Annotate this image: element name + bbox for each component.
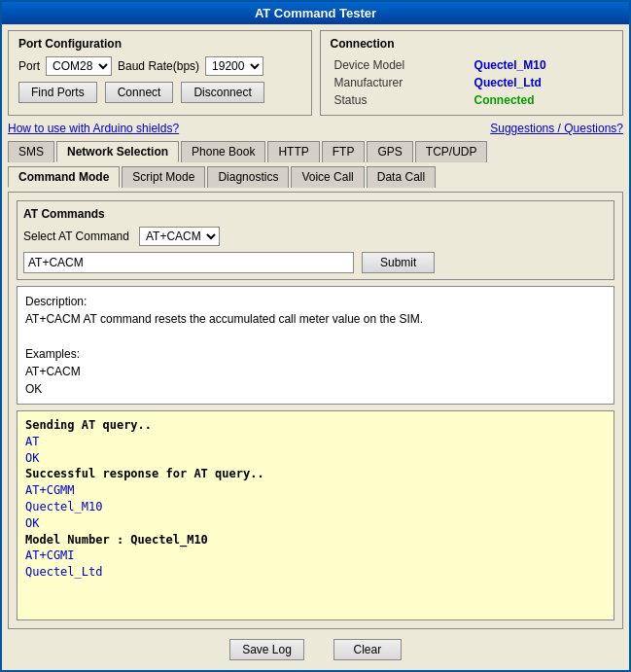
baud-select[interactable]: 19200: [205, 56, 263, 76]
port-select[interactable]: COM28: [46, 56, 112, 76]
log-line: Model Number : Quectel_M10: [25, 532, 606, 548]
log-line: Quectel_M10: [25, 499, 606, 515]
tab-phone-book[interactable]: Phone Book: [181, 141, 265, 162]
description-text: Description:AT+CACM AT command resets th…: [25, 295, 423, 396]
link-row: How to use with Arduino shields? Suggest…: [8, 120, 623, 137]
tab-diagnostics[interactable]: Diagnostics: [207, 166, 289, 188]
save-log-button[interactable]: Save Log: [229, 639, 304, 660]
tab-script-mode[interactable]: Script Mode: [122, 166, 205, 188]
submit-button[interactable]: Submit: [362, 252, 435, 273]
at-commands-section: AT Commands Select AT Command AT+CACM Su…: [17, 200, 614, 280]
title-bar: AT Command Tester: [2, 2, 629, 24]
manufacturer-value: Quectel_Ltd: [471, 74, 613, 91]
device-model-value: Quectel_M10: [471, 56, 613, 74]
tab-row-2: Command Mode Script Mode Diagnostics Voi…: [8, 166, 623, 188]
clear-button[interactable]: Clear: [333, 639, 402, 660]
tab-row-1: SMS Network Selection Phone Book HTTP FT…: [8, 141, 623, 162]
tab-ftp[interactable]: FTP: [322, 141, 366, 162]
tab-sms[interactable]: SMS: [8, 141, 54, 162]
log-line: Sending AT query..: [25, 417, 606, 434]
log-area[interactable]: Sending AT query..ATOKSuccessful respons…: [17, 410, 614, 620]
status-label: Status: [331, 91, 471, 109]
log-wrapper: Sending AT query..ATOKSuccessful respons…: [17, 410, 614, 620]
tab-voice-call[interactable]: Voice Call: [291, 166, 364, 188]
suggestions-link[interactable]: Suggestions / Questions?: [490, 122, 623, 135]
tab-network-selection[interactable]: Network Selection: [56, 141, 179, 162]
at-commands-title: AT Commands: [23, 207, 608, 221]
port-label: Port: [18, 59, 40, 73]
description-box: Description:AT+CACM AT command resets th…: [17, 286, 614, 405]
arduino-link[interactable]: How to use with Arduino shields?: [8, 122, 179, 135]
log-line: OK: [25, 515, 606, 532]
connection-panel: Connection Device Model Quectel_M10 Manu…: [320, 30, 624, 116]
port-config-panel: Port Configuration Port COM28 Baud Rate(…: [8, 30, 312, 116]
disconnect-button[interactable]: Disconnect: [181, 82, 263, 103]
device-model-label: Device Model: [331, 56, 471, 74]
connection-table: Device Model Quectel_M10 Manufacturer Qu…: [331, 56, 613, 109]
manufacturer-label: Manufacturer: [331, 74, 471, 91]
tab-command-mode[interactable]: Command Mode: [8, 166, 120, 188]
connect-button[interactable]: Connect: [105, 82, 174, 103]
log-line: AT+CGMM: [25, 482, 606, 499]
log-line: Successful response for AT query..: [25, 466, 606, 482]
at-command-select[interactable]: AT+CACM: [139, 227, 220, 246]
find-ports-button[interactable]: Find Ports: [18, 82, 97, 103]
tab-data-call[interactable]: Data Call: [367, 166, 436, 188]
select-cmd-label: Select AT Command: [23, 230, 129, 243]
log-line: Quectel_Ltd: [25, 564, 606, 581]
bottom-button-row: Save Log Clear: [8, 633, 623, 664]
window-title: AT Command Tester: [255, 6, 376, 20]
log-line: AT: [25, 434, 606, 450]
log-line: OK: [25, 450, 606, 467]
tab-content: AT Commands Select AT Command AT+CACM Su…: [8, 192, 623, 629]
connection-title: Connection: [331, 37, 613, 51]
port-config-title: Port Configuration: [18, 37, 301, 51]
main-window: AT Command Tester Port Configuration Por…: [0, 0, 631, 672]
log-line: AT+CGMI: [25, 548, 606, 564]
tab-gps[interactable]: GPS: [367, 141, 412, 162]
tab-http[interactable]: HTTP: [267, 141, 319, 162]
at-command-input[interactable]: [23, 252, 354, 273]
baud-label: Baud Rate(bps): [118, 59, 199, 73]
status-value: Connected: [471, 91, 613, 109]
tab-tcpudp[interactable]: TCP/UDP: [415, 141, 488, 162]
